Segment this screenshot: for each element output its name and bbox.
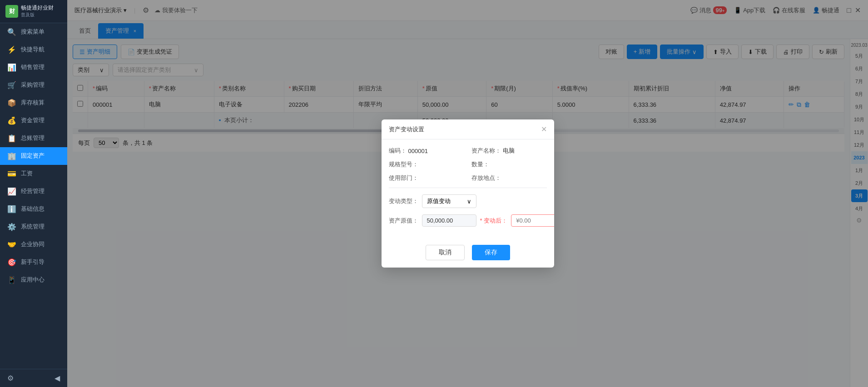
modal-department-label: 使用部门： <box>389 174 418 182</box>
onboarding-icon: 🎯 <box>7 258 16 267</box>
sidebar-item-label: 经营管理 <box>21 187 45 195</box>
sidebar-item-label: 总账管理 <box>21 134 45 142</box>
sidebar-item-label: 搜索菜单 <box>21 28 45 36</box>
sidebar-item-fixed-assets[interactable]: 🏢 固定资产 <box>0 147 67 165</box>
quick-nav-icon: ⚡ <box>7 45 16 54</box>
modal-location-label: 存放地点： <box>471 174 501 182</box>
sidebar-item-label: 销售管理 <box>21 63 45 71</box>
enterprise-icon: 🤝 <box>7 240 16 249</box>
modal-footer: 取消 保存 <box>382 241 554 268</box>
sidebar-item-finance[interactable]: 💰 资金管理 <box>0 112 67 129</box>
sidebar-item-operations[interactable]: 📈 经营管理 <box>0 183 67 200</box>
modal-asset-name-field: 资产名称： 电脑 <box>471 147 547 155</box>
app-logo: 财 畅捷通好业财 普及版 <box>0 0 67 23</box>
sidebar-item-onboarding[interactable]: 🎯 新手引导 <box>0 253 67 271</box>
sidebar-item-app-center[interactable]: 📱 应用中心 <box>0 271 67 289</box>
cancel-button[interactable]: 取消 <box>426 245 465 260</box>
sidebar-item-label: 采购管理 <box>21 81 45 89</box>
modal-close-button[interactable]: ✕ <box>541 125 547 134</box>
basic-info-icon: ℹ️ <box>7 205 16 213</box>
save-button[interactable]: 保存 <box>472 245 510 260</box>
modal-spec-field: 规格型号： <box>389 160 464 169</box>
sidebar-item-payroll[interactable]: 💳 工资 <box>0 165 67 183</box>
original-value-display: 50,000.00 <box>422 214 476 227</box>
modal-quantity-field: 数量： <box>471 160 547 169</box>
modal-divider <box>389 188 547 188</box>
operations-icon: 📈 <box>7 187 16 196</box>
system-icon: ⚙️ <box>7 223 16 231</box>
after-value-input[interactable] <box>511 214 554 227</box>
sidebar-item-general[interactable]: 📋 总账管理 <box>0 129 67 147</box>
sidebar-item-label: 快捷导航 <box>21 45 45 54</box>
sidebar-item-label: 应用中心 <box>21 276 45 284</box>
logo-icon: 财 <box>5 5 18 18</box>
sidebar-bottom: ⚙ ◀ <box>0 369 67 387</box>
sidebar-item-label: 固定资产 <box>21 152 45 160</box>
payroll-icon: 💳 <box>7 169 16 178</box>
inventory-icon: 📦 <box>7 99 16 107</box>
general-icon: 📋 <box>7 134 16 143</box>
sidebar-item-enterprise[interactable]: 🤝 企业协同 <box>0 236 67 253</box>
fixed-assets-icon: 🏢 <box>7 152 16 160</box>
modal-original-value-label: 资产原值： <box>389 217 418 225</box>
modal-amount-row: 资产原值： 50,000.00 * 变动后： <box>389 214 547 227</box>
modal-asset-name-value: 电脑 <box>503 147 515 155</box>
modal-row-1: 编码： 000001 资产名称： 电脑 <box>389 147 547 155</box>
modal-row-2: 规格型号： 数量： <box>389 160 547 169</box>
sidebar-item-label: 资金管理 <box>21 116 45 124</box>
app-version: 普及版 <box>21 12 54 18</box>
modal-asset-name-label: 资产名称： <box>471 147 501 155</box>
sidebar-item-basic-info[interactable]: ℹ️ 基础信息 <box>0 200 67 218</box>
modal-overlay: 资产变动设置 ✕ 编码： 000001 资产名称： 电脑 规格型号： <box>67 0 868 387</box>
sidebar-nav: 🔍 搜索菜单 ⚡ 快捷导航 📊 销售管理 🛒 采购管理 📦 库存核算 💰 资金管… <box>0 23 67 369</box>
change-type-arrow: ∨ <box>467 198 471 205</box>
sidebar-settings-icon[interactable]: ⚙ <box>7 374 14 382</box>
sidebar-item-label: 企业协同 <box>21 240 45 248</box>
modal-code-field: 编码： 000001 <box>389 147 464 155</box>
change-type-value: 原值变动 <box>427 197 451 205</box>
sidebar: 财 畅捷通好业财 普及版 🔍 搜索菜单 ⚡ 快捷导航 📊 销售管理 🛒 采购管理… <box>0 0 67 387</box>
modal-row-3: 使用部门： 存放地点： <box>389 174 547 182</box>
modal-body: 编码： 000001 资产名称： 电脑 规格型号： 数量： <box>382 139 554 241</box>
sidebar-item-sales[interactable]: 📊 销售管理 <box>0 59 67 76</box>
purchase-icon: 🛒 <box>7 81 16 89</box>
sales-icon: 📊 <box>7 63 16 72</box>
sidebar-item-label: 系统管理 <box>21 223 45 231</box>
modal-after-label: * 变动后： <box>480 217 508 225</box>
sidebar-item-inventory[interactable]: 📦 库存核算 <box>0 94 67 112</box>
finance-icon: 💰 <box>7 116 16 125</box>
sidebar-item-label: 库存核算 <box>21 99 45 107</box>
search-icon: 🔍 <box>7 28 16 36</box>
modal-department-field: 使用部门： <box>389 174 464 182</box>
sidebar-item-label: 工资 <box>21 169 33 178</box>
modal-quantity-label: 数量： <box>471 160 489 169</box>
modal-change-type-row: 变动类型： 原值变动 ∨ <box>389 194 547 208</box>
modal-header: 资产变动设置 ✕ <box>382 119 554 139</box>
app-name: 畅捷通好业财 <box>21 5 54 12</box>
main-content: 医疗器械行业演示 ▾ | ⚙ ☁ 我要体验一下 💬 消息 99+ 📱 App下载… <box>67 0 868 387</box>
sidebar-item-label: 新手引导 <box>21 258 45 266</box>
sidebar-item-search[interactable]: 🔍 搜索菜单 <box>0 23 67 41</box>
change-type-select[interactable]: 原值变动 ∨ <box>422 194 476 208</box>
sidebar-item-purchase[interactable]: 🛒 采购管理 <box>0 76 67 94</box>
sidebar-item-system[interactable]: ⚙️ 系统管理 <box>0 218 67 236</box>
modal-title: 资产变动设置 <box>389 125 424 134</box>
modal-location-field: 存放地点： <box>471 174 547 182</box>
sidebar-item-quick-nav[interactable]: ⚡ 快捷导航 <box>0 41 67 59</box>
sidebar-item-label: 基础信息 <box>21 205 45 213</box>
modal-code-value: 000001 <box>408 148 428 154</box>
app-center-icon: 📱 <box>7 276 16 284</box>
modal-spec-label: 规格型号： <box>389 160 418 169</box>
modal-change-type-label: 变动类型： <box>389 197 418 205</box>
asset-change-modal: 资产变动设置 ✕ 编码： 000001 资产名称： 电脑 规格型号： <box>382 119 554 268</box>
modal-code-label: 编码： <box>389 147 407 155</box>
sidebar-collapse-icon[interactable]: ◀ <box>55 374 60 382</box>
